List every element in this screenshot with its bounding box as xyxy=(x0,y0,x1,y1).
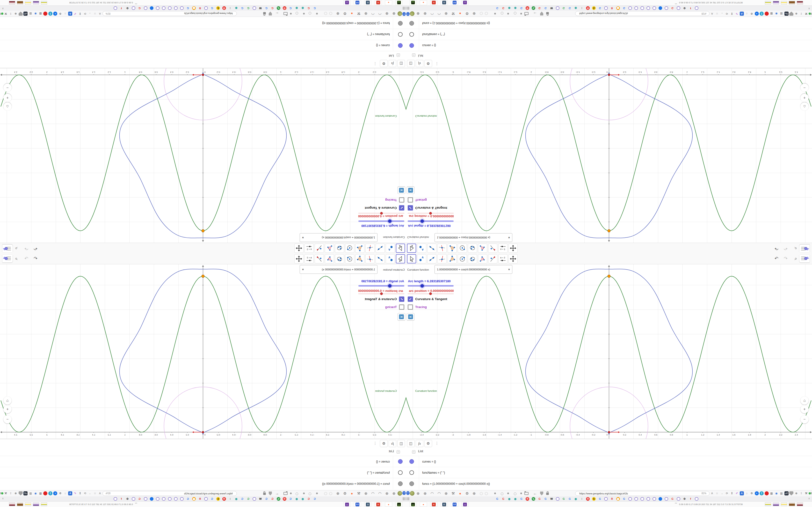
gauge-icon[interactable]: ◠ xyxy=(377,490,383,497)
bookmark-favicon[interactable]: W xyxy=(550,497,553,501)
bookmark-favicon[interactable]: G xyxy=(501,497,505,501)
pinned-tab-dot[interactable] xyxy=(494,13,496,14)
bookmark-favicon[interactable]: G xyxy=(598,497,602,501)
gear-icon[interactable]: ⚙ xyxy=(342,10,348,17)
tool-slider[interactable]: a = 2 xyxy=(305,254,314,264)
bookmark-favicon[interactable]: ◉ xyxy=(295,497,298,501)
download-icon[interactable]: ↧ xyxy=(78,12,82,16)
bookmark-favicon[interactable]: G xyxy=(622,6,626,10)
ghost-tab-icon[interactable] xyxy=(329,492,332,495)
pinned-tab-dot[interactable] xyxy=(520,13,522,14)
download-teal-icon[interactable]: ↧ xyxy=(760,491,764,495)
system-monitor-icon[interactable]: ∧∨ xyxy=(135,3,137,5)
tool-circle-with-center[interactable] xyxy=(345,243,354,253)
panel-layout-button[interactable]: ◫ xyxy=(407,60,415,67)
url-bar[interactable]: https://www.geogebra.org/classic/aagcxh3… xyxy=(575,11,710,16)
bookmark-favicon[interactable] xyxy=(174,497,177,501)
collapse-button[interactable]: − xyxy=(397,450,400,454)
bookmark-favicon[interactable] xyxy=(653,497,656,501)
lock-icon[interactable] xyxy=(263,493,266,495)
undo-icon[interactable]: ↶ xyxy=(32,256,39,262)
tool-perpendicular-line[interactable] xyxy=(438,243,447,253)
gear-dark-icon[interactable]: ⚙ xyxy=(750,12,754,16)
pinned-tab-dot[interactable] xyxy=(501,12,503,14)
pinned-tab-dot[interactable] xyxy=(316,493,318,494)
home-button[interactable]: ⌂ xyxy=(3,396,12,405)
bookmark-favicon[interactable] xyxy=(174,6,177,10)
globe-icon[interactable]: ⊕ xyxy=(384,10,390,17)
tracing-checkbox[interactable] xyxy=(399,197,404,203)
marker-pen-icon[interactable]: ✐ xyxy=(735,12,739,16)
bookmark-favicon[interactable]: R xyxy=(610,6,614,10)
bookmark-favicon[interactable]: G xyxy=(495,6,499,10)
shield-icon[interactable] xyxy=(540,492,543,495)
profile-avatar[interactable] xyxy=(398,491,402,496)
bookmark-favicon[interactable]: ◉ xyxy=(514,497,517,501)
bookmark-favicon[interactable]: G xyxy=(289,497,292,501)
visibility-marble[interactable] xyxy=(409,482,414,486)
function-input-value[interactable]: 1.000000000000 + cos(4.000000000000 x) xyxy=(322,265,375,274)
pinned-tab-dot[interactable] xyxy=(309,12,311,14)
bookmark-favicon[interactable] xyxy=(162,6,165,10)
bookmark-favicon[interactable]: G xyxy=(138,6,141,10)
bookmark-favicon[interactable] xyxy=(253,497,256,501)
bookmark-favicon[interactable] xyxy=(695,6,698,10)
wrench-icon[interactable]: ⚒ xyxy=(4,12,8,16)
bookmark-favicon[interactable]: i xyxy=(580,497,583,501)
bookmark-favicon[interactable]: G xyxy=(241,497,244,501)
bookmark-favicon[interactable] xyxy=(180,6,184,10)
tool-line-through-two-points[interactable] xyxy=(427,254,437,264)
curvature-tangent-label[interactable]: Curvature & Tangent xyxy=(415,205,447,211)
tool-line-through-two-points[interactable] xyxy=(375,243,385,253)
bookmark-favicon[interactable] xyxy=(253,6,256,10)
shield-gray-icon[interactable] xyxy=(789,491,794,495)
bookmark-favicon[interactable]: ∿ xyxy=(277,6,280,10)
tool-angle[interactable]: α xyxy=(325,243,334,253)
bookmark-favicon[interactable]: f xyxy=(689,497,692,501)
curve-point[interactable] xyxy=(202,275,204,278)
download-icon[interactable]: ↧ xyxy=(730,12,734,16)
bookmark-favicon[interactable]: ◉ xyxy=(514,6,517,10)
bookmark-star-icon[interactable]: ☆ xyxy=(93,12,97,16)
bookmark-favicon[interactable]: ◉ xyxy=(574,6,577,10)
bookmark-favicon[interactable]: G xyxy=(271,6,274,10)
globe-icon[interactable]: ⊕ xyxy=(363,10,369,17)
bin-icon[interactable]: ▥ xyxy=(779,12,783,16)
curvature-tangent-label[interactable]: Curvature & Tangent xyxy=(365,296,397,302)
reload-icon[interactable]: ⟳ xyxy=(83,491,87,495)
dropdown-arrow-icon[interactable]: ▼ xyxy=(302,236,304,239)
lock-icon[interactable] xyxy=(263,12,266,14)
chevron-up-icon[interactable]: ∧ xyxy=(808,7,810,10)
page-zoom-badge[interactable]: 81% xyxy=(106,11,110,16)
translate-gray-icon[interactable]: A xyxy=(98,491,102,495)
algebra-row-value[interactable]: funcs = {1.000000000000 + cos(4.00000000… xyxy=(422,478,490,489)
bookmark-favicon[interactable] xyxy=(132,6,135,10)
bookmark-favicon[interactable] xyxy=(653,6,656,10)
translate-gray-icon[interactable]: A xyxy=(98,12,102,16)
function-input-button[interactable]: fx xyxy=(416,440,423,447)
download-icon[interactable]: ↧ xyxy=(78,491,82,495)
bookmark-favicon[interactable]: G xyxy=(313,497,317,501)
bookmark-favicon[interactable] xyxy=(114,6,117,10)
bookmark-favicon[interactable] xyxy=(162,497,165,501)
back-arrow-icon[interactable]: ← xyxy=(532,490,538,497)
arc-length-slider[interactable] xyxy=(408,285,454,287)
undo-icon[interactable]: ↶ xyxy=(773,245,780,251)
globe-color-icon[interactable]: ◉ xyxy=(34,12,38,16)
visibility-marble[interactable] xyxy=(398,470,403,475)
arc-length-knob[interactable] xyxy=(388,219,392,223)
url-text[interactable]: https://www.geogebra.org/classic/aagcxh3… xyxy=(184,11,233,16)
curvature-function-curve[interactable] xyxy=(406,75,811,231)
forward-arrow-icon[interactable]: → xyxy=(720,491,724,495)
graphics-stylebar-button[interactable] xyxy=(800,255,810,263)
tool-reflect-about-line[interactable] xyxy=(315,254,324,264)
undo-icon[interactable]: ↶ xyxy=(773,256,780,262)
visibility-marble[interactable] xyxy=(409,459,414,464)
trash-icon[interactable]: ▥ xyxy=(769,491,773,495)
bookmark-favicon[interactable] xyxy=(647,6,650,10)
globe-icon[interactable]: ⊕ xyxy=(443,490,449,497)
visibility-marble[interactable] xyxy=(409,470,414,475)
gauge-icon[interactable]: ◠ xyxy=(429,10,435,17)
bookmark-favicon[interactable]: G xyxy=(307,497,311,501)
globe-color-icon[interactable]: ◉ xyxy=(774,12,779,16)
